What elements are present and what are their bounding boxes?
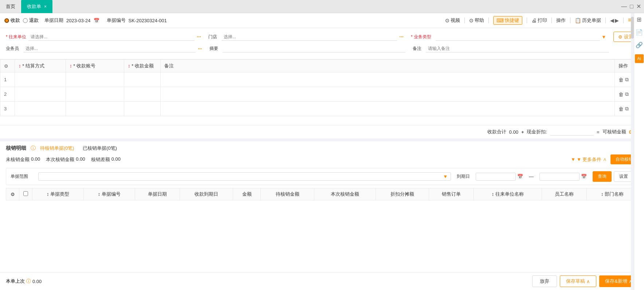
toolbar-actions: ⊙ 视频 ⊙ 帮助 ⌨ 快捷键 🖨 打印 操作 (445, 16, 640, 25)
discard-button[interactable]: 放弃 (532, 275, 557, 287)
verify-header: 核销明细 ⓘ 待核销单据(0笔) 已核销单据(0笔) (6, 145, 638, 152)
minimize-button[interactable]: — (621, 3, 627, 10)
gear-icon: ⚙ (618, 34, 623, 40)
row-3-remark[interactable] (161, 102, 615, 116)
sidebar-link-icon[interactable]: 🔗 (636, 42, 643, 48)
action-help[interactable]: ⊙ 帮助 (469, 17, 484, 24)
th-settings: ⚙ (0, 60, 15, 72)
scrollbar-track (631, 13, 634, 290)
nav-prev-button[interactable]: ◀ (610, 17, 614, 23)
close-window-button[interactable]: ✕ (636, 3, 641, 10)
row-2-remark[interactable] (161, 87, 615, 102)
row-1-settle[interactable] (15, 72, 66, 87)
calendar-from-icon[interactable]: 📅 (517, 174, 523, 179)
row-2-delete-button[interactable]: 🗑 (619, 91, 624, 97)
select-all-checkbox[interactable] (23, 191, 28, 196)
verify-table-settings-icon[interactable]: ⚙ (11, 192, 15, 197)
maximize-button[interactable]: □ (630, 3, 633, 10)
divider-5 (570, 17, 570, 23)
row-2-account[interactable] (66, 87, 124, 102)
nav-next-button[interactable]: ▶ (615, 17, 619, 23)
tab-home-label: 首页 (6, 3, 15, 10)
discount-input[interactable] (550, 128, 594, 136)
date-to-input[interactable]: 2022-04-12 (539, 173, 580, 181)
sidebar-camera-icon[interactable]: Ai (635, 54, 644, 63)
verify-settings-button[interactable]: 设置 (614, 171, 633, 182)
row-1-delete-button[interactable]: 🗑 (619, 77, 624, 83)
radio-receipt[interactable]: 收款 (4, 17, 20, 24)
salesperson-more-button[interactable]: ··· (198, 46, 202, 52)
scrollbar-thumb[interactable] (631, 17, 634, 39)
doc-range-select[interactable]: ▼ (38, 172, 451, 181)
date-from-wrapper: 2022-04-01 📅 (476, 173, 523, 181)
row-3-amount[interactable] (124, 102, 161, 116)
doc-no-value: SK-20230324-001 (129, 18, 167, 23)
radio-refund[interactable]: 退款 (23, 17, 39, 24)
row-3-account[interactable] (66, 102, 124, 116)
store-more-button[interactable]: ··· (399, 34, 404, 40)
action-operations[interactable]: 操作 (556, 17, 566, 24)
counterpart-more-button[interactable]: ··· (197, 34, 201, 40)
verify-info-icon[interactable]: ⓘ (31, 145, 36, 152)
verify-table-header-row: ⚙ ↕ 单据类型 ↕ 单据编号 单据日期 (6, 188, 638, 200)
verify-section: 核销明细 ⓘ 待核销单据(0笔) 已核销单据(0笔) 未核销金额 0.00 本次… (0, 141, 644, 204)
business-type-input[interactable]: 预收款 (436, 33, 600, 41)
query-button[interactable]: 查询 (593, 171, 612, 182)
row-1-remark[interactable] (161, 72, 615, 87)
date-from-input[interactable]: 2022-04-01 (476, 173, 516, 181)
tab-receipt[interactable]: 收款单 × (21, 0, 52, 13)
salesperson-input[interactable] (23, 45, 196, 52)
row-3-copy-button[interactable]: ⧉ (625, 106, 629, 112)
row-2-amount[interactable] (124, 87, 161, 102)
bottom-stat-icon[interactable]: ⓘ (26, 278, 31, 285)
sidebar-table-icon[interactable]: ⊞ (637, 16, 641, 23)
verify-title: 核销明细 (6, 145, 26, 152)
row-1-account[interactable] (66, 72, 124, 87)
tab-home[interactable]: 首页 (0, 0, 21, 13)
th-amount: ↕ * 收款金额 (124, 60, 161, 72)
row-3-settle[interactable] (15, 102, 66, 116)
save-draft-button[interactable]: 保存草稿 ∧ (560, 275, 596, 287)
filter-icon: ▼ (571, 157, 576, 162)
divider-7 (623, 17, 624, 23)
remark-input[interactable] (426, 45, 609, 52)
table-row: 3 🗑 ⧉ (0, 102, 644, 116)
equals-sign: = (597, 129, 600, 135)
row-2-num: 2 (0, 87, 15, 102)
tab-receipt-close[interactable]: × (44, 4, 47, 9)
row-3-delete-button[interactable]: 🗑 (619, 106, 624, 112)
receipt-table: ⚙ ↕ * 结算方式 ↕ * 收款账号 ↕ * 收款金额 备注 (0, 59, 644, 116)
table-settings-icon[interactable]: ⚙ (4, 63, 8, 69)
row-1-amount[interactable] (124, 72, 161, 87)
action-shortcut[interactable]: ⌨ 快捷键 (493, 16, 522, 25)
section-divider (0, 138, 644, 141)
sidebar-document-icon[interactable]: 📄 (636, 29, 643, 36)
table-row: 1 🗑 ⧉ (0, 72, 644, 87)
vth-pending-amount: 待核销金额 (261, 188, 314, 200)
calendar-to-icon[interactable]: 📅 (581, 174, 587, 179)
remark-label: 备注 (413, 46, 421, 52)
more-filter-button[interactable]: ▼ ▼ 更多条件 ∧ (571, 156, 607, 163)
tab-done-verify[interactable]: 已核销单据(0笔) (83, 145, 117, 152)
th-account-no: ↕ * 收款账号 (66, 60, 124, 72)
row-1-copy-button[interactable]: ⧉ (625, 77, 629, 83)
action-print[interactable]: 🖨 打印 (531, 17, 547, 24)
business-type-arrow[interactable]: ▼ (601, 34, 606, 40)
action-video[interactable]: ⊙ 视频 (445, 17, 460, 24)
calendar-icon[interactable]: 📅 (94, 18, 99, 23)
doc-info: 单据日期 2023-03-24 📅 单据编号 SK-20230324-001 (44, 17, 167, 24)
row-2-copy-button[interactable]: ⧉ (625, 91, 629, 97)
divider-3 (527, 17, 527, 23)
query-action-group: 查询 设置 (593, 171, 633, 182)
counterpart-input[interactable] (28, 33, 195, 41)
business-type-label: * 业务类型 (411, 34, 431, 40)
table-row: 2 🗑 ⧉ (0, 87, 644, 102)
action-history[interactable]: 📋 历史单据 (575, 17, 601, 24)
summary-input[interactable] (223, 45, 406, 52)
doc-no-label: 单据编号 (107, 17, 126, 24)
store-input[interactable] (221, 33, 397, 41)
row-2-settle[interactable] (15, 87, 66, 102)
vth-department: ↕ 部门名称 (586, 188, 638, 200)
bottom-stat-label: 本单上次 (6, 278, 25, 285)
tab-pending-verify[interactable]: 待核销单据(0笔) (40, 145, 74, 152)
